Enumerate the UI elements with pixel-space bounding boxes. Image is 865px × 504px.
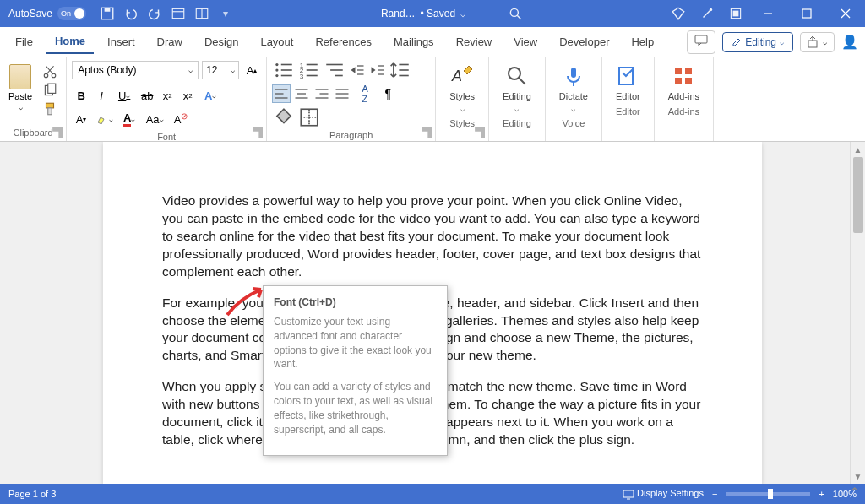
strikethrough-button[interactable]: ab [138,86,156,105]
scroll-up-icon[interactable]: ▲ [851,142,865,157]
copy-icon[interactable] [42,83,57,96]
qat-icon-2[interactable] [194,6,209,21]
share-button[interactable]: ⌵ [800,32,835,52]
cut-icon[interactable] [42,64,57,78]
sort-button[interactable]: AZ [353,84,377,103]
chevron-down-icon: ⌵ [460,9,465,19]
font-name-combo[interactable]: Aptos (Body)⌵ [72,61,199,79]
account-icon[interactable]: 👤 [841,34,858,50]
microphone-icon [562,64,585,88]
svg-line-21 [46,66,53,73]
svg-point-19 [52,73,56,78]
save-state: • Saved [421,8,456,19]
line-spacing-button[interactable] [389,61,412,79]
numbering-button[interactable]: 123 [297,61,321,79]
svg-rect-16 [695,35,707,43]
display-settings-button[interactable]: Display Settings [623,488,704,499]
minimize-button[interactable] [748,0,787,27]
decrease-indent-button[interactable] [348,61,367,79]
tab-help[interactable]: Help [623,30,662,53]
shading-button[interactable] [272,108,296,127]
svg-rect-24 [46,103,54,108]
bullets-button[interactable] [272,61,296,79]
tab-layout[interactable]: Layout [252,30,302,53]
multilevel-list-button[interactable] [323,61,346,79]
zoom-slider[interactable] [726,492,810,496]
increase-indent-button[interactable] [368,61,387,79]
tab-view[interactable]: View [505,30,546,53]
dictate-button[interactable]: Dictate⌵ [551,61,596,117]
tab-design[interactable]: Design [196,30,247,53]
svg-rect-74 [685,78,692,84]
grow-font-icon[interactable]: A▴ [242,61,261,79]
underline-button[interactable]: U⌵ [112,86,136,105]
toggle-switch[interactable]: On [57,7,86,20]
tooltip-title: Font (Ctrl+D) [274,296,437,308]
group-addins: Add-ins Add-ins [655,57,714,141]
tab-mailings[interactable]: Mailings [385,30,443,53]
shrink-font-icon[interactable]: A▾ [72,110,90,128]
vertical-scrollbar[interactable]: ▲ ▼ [850,142,865,484]
editing-group-label: Editing [494,117,540,130]
tab-draw[interactable]: Draw [149,30,191,53]
scroll-down-icon[interactable]: ▼ [851,469,865,484]
scroll-thumb[interactable] [853,157,863,233]
search-icon[interactable] [508,6,523,21]
paste-button[interactable]: Paste ⌵ [5,61,35,126]
superscript-button[interactable]: x2 [178,86,197,105]
align-left-button[interactable] [272,84,291,103]
close-button[interactable] [826,0,865,27]
comments-button[interactable] [687,30,715,54]
tooltip-body-2: You can add a variety of styles and colo… [274,380,437,436]
tab-references[interactable]: References [307,30,379,53]
show-marks-button[interactable]: ¶ [378,84,397,103]
qat-icon-1[interactable] [171,6,186,21]
change-case-button[interactable]: Aa⌵ [143,110,166,128]
text-effects-button[interactable]: A⌵ [199,86,222,105]
format-painter-icon[interactable] [42,101,57,115]
zoom-thumb[interactable] [768,489,773,499]
tab-developer[interactable]: Developer [551,30,617,53]
autosave-toggle[interactable]: AutoSave On [0,7,95,20]
justify-button[interactable] [333,84,351,103]
tab-review[interactable]: Review [448,30,501,53]
group-editing: Editing⌵ Editing [489,57,546,141]
diamond-icon[interactable] [671,6,686,21]
addins-button[interactable]: Add-ins [660,61,708,105]
svg-line-7 [517,15,521,19]
tab-file[interactable]: File [7,30,41,53]
tab-home[interactable]: Home [46,30,94,54]
bold-button[interactable]: B [72,86,90,105]
italic-button[interactable]: I [92,86,111,105]
font-size-combo[interactable]: 12⌵ [202,61,239,79]
document-title[interactable]: Rand… • Saved ⌵ [381,8,465,19]
undo-icon[interactable] [123,6,139,21]
redo-icon[interactable] [147,6,162,21]
collapse-ribbon-icon[interactable]: ⌃ [849,485,860,501]
svg-point-18 [44,73,48,78]
font-color-button[interactable]: A⌵ [117,110,141,128]
qat-customize-icon[interactable]: ▾ [218,6,233,21]
editing-mode-button[interactable]: Editing ⌵ [722,32,793,52]
editor-button[interactable]: Editor [607,61,649,105]
editing-mode-label: Editing [745,36,776,48]
svg-point-30 [275,74,278,77]
align-center-button[interactable] [292,84,311,103]
paragraph-1: Video provides a powerful way to help yo… [162,192,703,281]
subscript-button[interactable]: x2 [158,86,177,105]
clear-formatting-icon[interactable]: A⊘ [168,110,187,128]
editing-button[interactable]: Editing⌵ [494,61,540,117]
borders-button[interactable] [297,108,321,127]
align-right-button[interactable] [313,84,331,103]
zoom-in-button[interactable]: + [819,489,824,499]
tab-insert[interactable]: Insert [99,30,144,53]
save-icon[interactable] [100,6,115,21]
page-indicator[interactable]: Page 1 of 3 [8,489,623,499]
zoom-out-button[interactable]: − [712,489,717,499]
maximize-button[interactable] [787,0,826,27]
styles-button[interactable]: A Styles⌵ [441,61,483,117]
highlight-button[interactable]: ⌵ [92,110,116,128]
window-icon[interactable] [728,6,743,21]
wand-icon[interactable] [699,6,715,21]
styles-launcher-icon[interactable] [475,127,485,138]
